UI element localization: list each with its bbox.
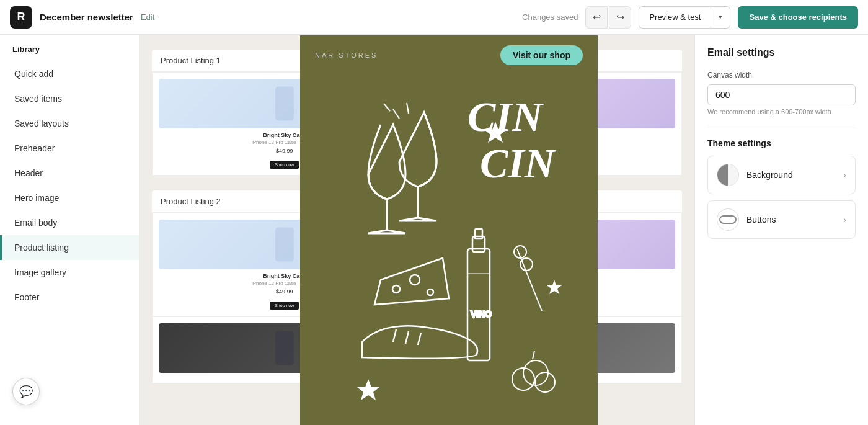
preview-group: Preview & test ▾ [639,6,730,29]
undo-redo-group: ↩ ↪ [585,6,631,29]
product-name-2: Purple Sky Case [424,132,676,138]
background-theme-left: Background [717,164,793,186]
library-title: Library [0,45,139,61]
canvas-width-label: Canvas width [707,71,856,79]
sidebar-item-quick-add[interactable]: Quick add [0,61,139,86]
buttons-chevron-icon: › [843,215,846,225]
product-btn-1[interactable]: Shop now [270,161,299,169]
phone-shape-purple [540,87,559,121]
settings-divider [707,128,856,128]
page-title: December newsletter [40,12,133,22]
theme-settings-title: Theme settings [707,138,856,148]
sidebar-item-image-gallery[interactable]: Image gallery [0,260,139,285]
canvas-width-hint: We recommend using a 600-700px width [707,108,856,115]
product-price-2: $49.99 [424,148,676,154]
buttons-theme-item[interactable]: Buttons › [707,200,856,239]
product-btn-2[interactable]: Shop now [535,161,564,169]
background-chevron-icon: › [843,170,846,180]
product-desc-3: iPhone 12 Pro Case — Tough [159,280,410,286]
phone-shape-purple-2 [540,228,559,262]
app-logo: R [10,6,32,29]
product-img-dark-2 [424,323,676,373]
canvas-width-input[interactable] [707,84,856,105]
product-btn-3[interactable]: Shop now [270,302,299,310]
main-layout: Library Quick add Saved items Saved layo… [0,35,868,425]
product-img-blue [159,79,410,128]
buttons-theme-left: Buttons [717,208,776,231]
product-img-dark-1 [159,323,410,373]
email-settings-title: Email settings [707,47,856,58]
product-listing-2-header: Product Listing 2 [152,190,682,213]
product-listing-1-header: Product Listing 1 [152,50,682,72]
undo-button[interactable]: ↩ [585,6,608,29]
button-shape-icon [719,215,737,224]
logo-text: R [17,11,25,24]
product-listing-1: Product Listing 1 Bright Sky Case iPhone… [152,50,682,176]
chat-button[interactable]: 💬 [12,378,40,405]
buttons-label: Buttons [746,215,776,225]
product-grid-2: Bright Sky Case iPhone 12 Pro Case — Tou… [152,213,682,383]
product-img-purple [424,79,676,128]
background-theme-item[interactable]: Background › [707,156,856,194]
chat-icon: 💬 [19,385,33,398]
product-img-blue-2 [159,220,410,269]
product-desc-4: iPhone 12 Pro Max Case — Slim [424,280,676,286]
sidebar-item-header[interactable]: Header [0,161,139,186]
redo-button[interactable]: ↪ [609,6,631,29]
product-desc-2: iPhone 12 Pro Max Case — Slim [424,140,676,145]
save-recipients-button[interactable]: Save & choose recipients [738,6,858,29]
product-img-purple-2 [424,220,676,269]
background-label: Background [746,170,793,180]
background-icon [717,164,739,186]
product-price-4: $49.99 [424,289,676,295]
product-btn-4[interactable]: Shop now [535,302,564,310]
sidebar-item-email-body[interactable]: Email body [0,210,139,235]
product-desc-1: iPhone 12 Pro Case — Tough [159,140,410,145]
right-sidebar: Email settings Canvas width We recommend… [694,35,868,425]
sidebar-item-preheader[interactable]: Preheader [0,136,139,161]
sidebar-item-hero-image[interactable]: Hero image [0,186,139,210]
product-price-3: $49.99 [159,289,410,295]
topbar: R December newsletter Edit Changes saved… [0,0,868,35]
product-card-dark-2 [417,316,683,383]
phone-shape-blue [275,87,294,121]
canvas-area: Product Listing 1 Bright Sky Case iPhone… [140,35,694,425]
product-price-1: $49.99 [159,148,410,154]
product-listing-2: Product Listing 2 Bright Sky Case iPhone… [152,190,682,383]
phone-shape-dark-1 [275,331,294,365]
phone-shape-blue-2 [275,228,294,262]
sidebar-item-footer[interactable]: Footer [0,285,139,310]
sidebar-item-saved-items[interactable]: Saved items [0,86,139,111]
product-grid-1: Bright Sky Case iPhone 12 Pro Case — Tou… [152,72,682,176]
product-card-purple: Purple Sky Case iPhone 12 Pro Max Case —… [417,72,683,176]
product-name-3: Bright Sky Case [159,273,410,279]
saved-status: Changes saved [522,12,578,22]
product-card-purple-2: Purple Sky Case iPhone 12 Pro Max Case —… [417,213,683,316]
preview-caret-button[interactable]: ▾ [711,6,730,29]
product-name-4: Purple Sky Case [424,273,676,279]
sidebar-item-product-listing[interactable]: Product listing [0,235,139,260]
product-card-blue-2: Bright Sky Case iPhone 12 Pro Case — Tou… [152,213,417,316]
sidebar-item-saved-layouts[interactable]: Saved layouts [0,111,139,136]
left-sidebar: Library Quick add Saved items Saved layo… [0,35,140,425]
product-name-1: Bright Sky Case [159,132,410,138]
product-card-dark-1 [152,316,417,383]
buttons-icon [717,208,739,231]
product-card-blue: Bright Sky Case iPhone 12 Pro Case — Tou… [152,72,417,176]
preview-test-button[interactable]: Preview & test [639,6,711,29]
phone-shape-dark-2 [540,331,559,365]
edit-link[interactable]: Edit [141,12,154,22]
